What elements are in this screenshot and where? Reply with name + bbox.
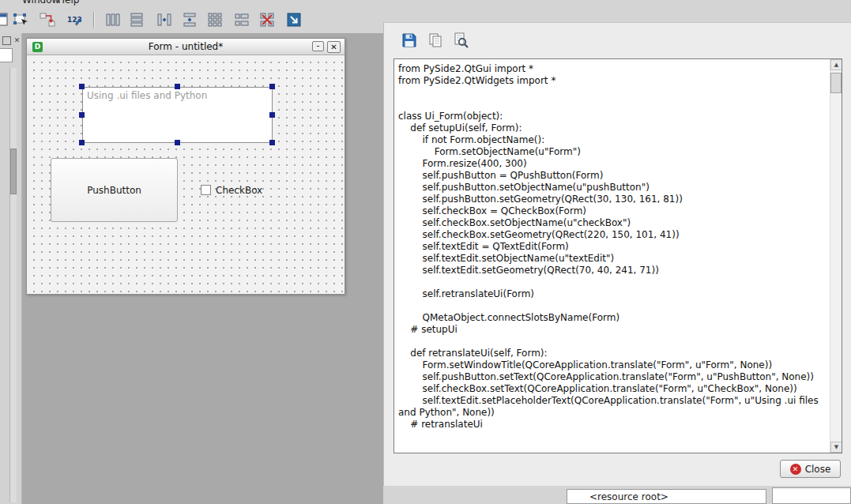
form-editor-window[interactable]: D Form - untitled* - ✕ Using .ui files a… [26,38,345,295]
edit-signals-slots-icon[interactable] [38,9,57,30]
scroll-up-icon[interactable]: ▲ [830,59,842,70]
toolbar-separator [93,12,95,28]
textedit-placeholder: Using .ui files and Python [83,88,272,103]
code-line [398,87,828,99]
checkbox-widget[interactable]: CheckBox [201,174,281,206]
pushbutton-label: PushButton [87,185,141,196]
dock-scrollbar[interactable] [9,68,17,502]
selection-handle-middle-right[interactable] [269,112,275,118]
code-line: Form.resize(400, 300) [398,158,828,170]
close-x-icon: ✕ [790,464,801,475]
menu-window[interactable]: Window [22,0,59,6]
lay-out-vertically-icon[interactable] [127,9,146,30]
code-view[interactable]: from PySide2.QtGui import *from PySide2.… [393,58,842,453]
scroll-down-icon[interactable]: ▼ [830,442,842,453]
form-canvas[interactable]: Using .ui files and Python PushButton Ch… [27,55,345,294]
lay-out-horizontally-icon[interactable] [104,9,122,30]
menubar: Window Help [0,0,851,6]
code-line [398,336,828,348]
close-dialog-button[interactable]: ✕ Close [780,460,841,478]
selection-handle-bottom-center[interactable] [175,140,180,145]
selection-handle-top-center[interactable] [175,84,180,89]
new-form-icon[interactable] [0,9,10,30]
lay-out-in-grid-icon[interactable] [205,9,224,30]
code-line: self.textEdit.setObjectName(u"textEdit") [398,253,828,265]
code-line [398,300,828,312]
selection-handle-middle-left[interactable] [79,112,85,118]
selection-handle-bottom-left[interactable] [79,140,85,145]
code-line: # setupUi [398,324,828,336]
selection-handle-top-left[interactable] [79,84,85,89]
code-line: self.checkBox.setGeometry(QRect(220, 150… [398,229,828,241]
selection-handle-top-right[interactable] [269,84,275,89]
code-line [398,276,828,288]
save-icon[interactable] [399,30,419,50]
code-line: Form.setWindowTitle(QCoreApplication.tra… [398,359,828,371]
code-line: self.retranslateUi(Form) [398,288,828,300]
find-icon[interactable] [450,30,470,50]
pushbutton-widget[interactable]: PushButton [51,158,178,222]
form-window-titlebar[interactable]: D Form - untitled* - ✕ [27,39,345,55]
adjust-size-icon[interactable] [284,9,303,30]
code-scrollbar[interactable]: ▲ ▼ [830,59,842,453]
resource-side-panel[interactable] [772,487,851,504]
code-line: and Python", None)) [398,407,828,419]
code-line: self.checkBox = QCheckBox(Form) [398,205,828,217]
resource-root-item[interactable]: <resource root> [567,489,766,504]
code-line: self.pushButton.setGeometry(QRect(30, 13… [398,194,828,205]
edit-tab-order-icon[interactable]: 123 [65,9,84,30]
close-window-button[interactable]: ✕ [327,41,341,53]
edit-widgets-icon[interactable] [11,9,30,30]
code-line: self.textEdit.setPlaceholderText(QCoreAp… [398,395,828,407]
code-line: Form.setObjectName(u"Form") [398,146,828,158]
selection-handle-bottom-right[interactable] [269,140,275,145]
menu-help[interactable]: Help [58,0,79,6]
code-line: self.textEdit = QTextEdit(Form) [398,241,828,253]
form-window-title: Form - untitled* [27,41,345,52]
code-scrollbar-thumb[interactable] [830,73,842,93]
code-line: def setupUi(self, Form): [398,122,828,134]
code-line: self.pushButton = QPushButton(Form) [398,170,828,182]
code-line: # retranslateUi [398,419,828,431]
checkbox-indicator[interactable] [201,185,211,195]
code-line: class Ui_Form(object): [398,111,828,122]
widget-box-dock: ✕ [0,33,22,504]
close-button-label: Close [805,464,831,475]
code-line [398,99,828,111]
code-line: QMetaObject.connectSlotsByName(Form) [398,312,828,324]
code-line: if not Form.objectName(): [398,134,828,146]
lay-out-vertically-in-splitter-icon[interactable] [180,9,199,30]
lay-out-horizontally-in-splitter-icon[interactable] [155,9,174,30]
copy-icon[interactable] [425,30,445,50]
main-toolbar: 123 [0,6,383,33]
svg-text:123: 123 [67,16,82,24]
dock-close-icon[interactable]: ✕ [13,36,21,45]
checkbox-label: CheckBox [216,185,262,196]
code-line: self.pushButton.setObjectName(u"pushButt… [398,182,828,194]
resource-root-label: <resource root> [589,491,668,502]
code-line: self.checkBox.setObjectName(u"checkBox") [398,217,828,229]
break-layout-icon[interactable] [258,9,277,30]
code-line: self.textEdit.setGeometry(QRect(70, 40, … [398,265,828,276]
code-line: from PySide2.QtWidgets import * [398,75,828,87]
widget-filter-input[interactable] [0,48,13,62]
lay-out-in-form-layout-icon[interactable] [232,9,251,30]
code-line: def retranslateUi(self, Form): [398,348,828,359]
minimize-button[interactable]: - [312,41,324,51]
textedit-widget[interactable]: Using .ui files and Python [82,87,273,143]
generated-python-code: from PySide2.QtGui import *from PySide2.… [398,63,828,431]
code-line: self.checkBox.setText(QCoreApplication.t… [398,383,828,395]
code-line: self.pushButton.setText(QCoreApplication… [398,371,828,383]
code-preview-dialog: from PySide2.QtGui import *from PySide2.… [383,22,851,486]
dock-float-icon[interactable] [2,36,11,45]
code-line: from PySide2.QtGui import * [398,63,828,75]
dock-scrollbar-thumb[interactable] [10,149,17,194]
